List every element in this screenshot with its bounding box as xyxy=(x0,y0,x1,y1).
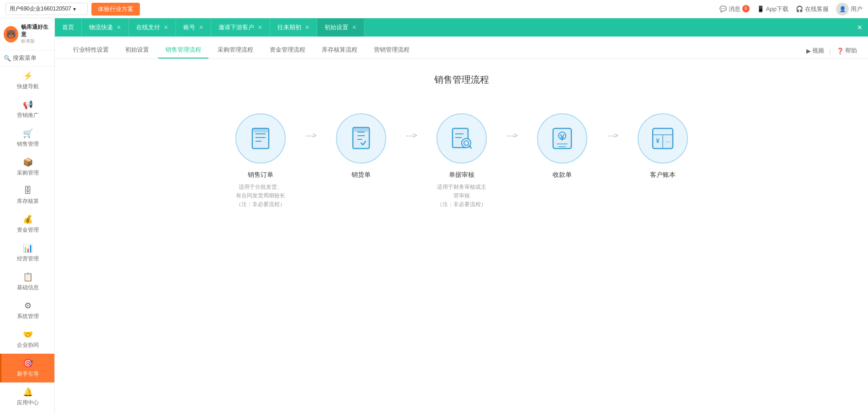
flow-item-sales-invoice: 销货单 xyxy=(325,113,398,183)
username-label: 用户 xyxy=(851,5,863,13)
video-label: 视频 xyxy=(812,47,824,55)
flow-item-sales-order: 销售订单 适用于分批发货、有合同发货周期较长（注：非必要流程） xyxy=(224,113,297,209)
app-center-icon: 🔔 xyxy=(23,387,33,397)
nav-tab-history[interactable]: 往来期初✕ xyxy=(270,18,317,37)
video-link[interactable]: ▶ 视频 xyxy=(806,47,824,55)
flow-name-sales-order: 销售订单 xyxy=(248,171,273,179)
help-link[interactable]: ❓ 帮助 xyxy=(836,47,857,55)
sidebar-item-wechat[interactable]: 💬企业微信 xyxy=(0,411,54,414)
sidebar-item-label: 应用中心 xyxy=(17,399,39,407)
sub-tab-sales-flow[interactable]: 销售管理流程 xyxy=(158,42,208,58)
chevron-down-icon: ▾ xyxy=(73,6,76,12)
online-service-item[interactable]: 🎧 在线客服 xyxy=(796,5,829,13)
finance-icon: 💰 xyxy=(23,214,33,224)
avatar: 👤 xyxy=(836,3,849,16)
sub-tab-purchase-flow[interactable]: 采购管理流程 xyxy=(210,42,261,58)
search-icon: 🔍 xyxy=(4,55,11,62)
help-icon: ❓ xyxy=(836,48,844,54)
sidebar-item-quick-nav[interactable]: ⚡快捷导航 xyxy=(0,66,54,95)
sidebar-item-label: 新手引导 xyxy=(17,370,39,378)
sidebar-item-label: 企业协同 xyxy=(17,341,39,349)
logo-tag: 标准版 xyxy=(21,38,51,44)
nav-tab-logistics[interactable]: 物流快递✕ xyxy=(82,18,129,37)
inventory-icon: 🗄 xyxy=(24,186,32,196)
sub-tab-init[interactable]: 初始设置 xyxy=(118,42,156,58)
sub-tab-finance-flow[interactable]: 资金管理流程 xyxy=(262,42,313,58)
tab-close-account[interactable]: ✕ xyxy=(199,24,203,31)
sidebar-item-label: 销售管理 xyxy=(17,140,39,148)
svg-rect-6 xyxy=(354,128,368,132)
flow-arrow-0: - - -> xyxy=(297,132,325,140)
nav-tab-account[interactable]: 账号✕ xyxy=(176,18,211,37)
nav-tabs: 首页物流快递✕在线支付✕账号✕邀请下游客户✕往来期初✕初始设置✕ ✕ xyxy=(55,18,868,37)
svg-text:¥: ¥ xyxy=(656,137,660,144)
sidebar-item-system[interactable]: ⚙系统管理 xyxy=(0,296,54,325)
tab-close-history[interactable]: ✕ xyxy=(305,24,309,31)
sub-tabs: 行业特性设置初始设置销售管理流程采购管理流程资金管理流程库存核算流程营销管理流程… xyxy=(55,37,868,59)
flow-diagram: 销售订单 适用于分批发货、有合同发货周期较长（注：非必要流程） - - -> 销… xyxy=(66,113,857,209)
app-layout: 🐻 畅库通好生意 标准版 🔍 搜索菜单 ⚡快捷导航📢营销推广🛒销售管理📦采购管理… xyxy=(0,0,868,414)
sub-tab-industry[interactable]: 行业特性设置 xyxy=(66,42,116,58)
flow-arrow-3: - - -> xyxy=(599,132,626,140)
sub-tab-inventory-flow[interactable]: 库存核算流程 xyxy=(314,42,365,58)
sidebar-item-finance[interactable]: 💰资金管理 xyxy=(0,210,54,239)
top-bar: 用户690企业1660120507 ▾ 体验行业方案 💬 消息 6 📱 App下… xyxy=(0,0,868,18)
main-content: 首页物流快递✕在线支付✕账号✕邀请下游客户✕往来期初✕初始设置✕ ✕ 行业特性设… xyxy=(55,18,868,414)
search-menu-item[interactable]: 🔍 搜索菜单 xyxy=(0,50,54,66)
sidebar-items: ⚡快捷导航📢营销推广🛒销售管理📦采购管理🗄库存核算💰资金管理📊经营管理📋基础信息… xyxy=(0,66,54,414)
logo-text: 畅库通好生意 xyxy=(21,24,51,38)
message-item[interactable]: 💬 消息 6 xyxy=(719,5,750,13)
nav-tab-home[interactable]: 首页 xyxy=(55,18,82,37)
mobile-icon: 📱 xyxy=(757,5,764,12)
svg-text:---: --- xyxy=(666,139,670,144)
nav-tabs-container: 首页物流快递✕在线支付✕账号✕邀请下游客户✕往来期初✕初始设置✕ xyxy=(55,18,852,37)
cooperation-icon: 🤝 xyxy=(23,329,33,340)
flow-circle-sales-invoice xyxy=(336,113,386,164)
close-all-tabs-button[interactable]: ✕ xyxy=(852,24,868,31)
nav-tab-label: 往来期初 xyxy=(277,23,301,32)
tab-close-init[interactable]: ✕ xyxy=(352,24,357,31)
sidebar-item-app-center[interactable]: 🔔应用中心 xyxy=(0,382,54,411)
sidebar: 🐻 畅库通好生意 标准版 🔍 搜索菜单 ⚡快捷导航📢营销推广🛒销售管理📦采购管理… xyxy=(0,18,55,414)
online-service-label: 在线客服 xyxy=(805,5,829,13)
user-selector[interactable]: 用户690企业1660120507 ▾ xyxy=(5,3,88,15)
app-download-label: App下载 xyxy=(766,5,788,13)
nav-tab-label: 初始设置 xyxy=(325,23,348,32)
sidebar-item-cooperation[interactable]: 🤝企业协同 xyxy=(0,325,54,354)
nav-tab-label: 账号 xyxy=(183,23,195,32)
sidebar-item-inventory[interactable]: 🗄库存核算 xyxy=(0,181,54,210)
nav-tab-label: 在线支付 xyxy=(136,23,160,32)
nav-tab-payment[interactable]: 在线支付✕ xyxy=(129,18,176,37)
sub-tab-actions: ▶ 视频 | ❓ 帮助 xyxy=(806,47,857,58)
sidebar-item-label: 采购管理 xyxy=(17,169,39,177)
message-label: 消息 xyxy=(729,5,740,13)
flow-desc-sales-order: 适用于分批发货、有合同发货周期较长（注：非必要流程） xyxy=(236,183,285,209)
nav-tab-label: 首页 xyxy=(62,23,74,32)
nav-tab-invite[interactable]: 邀请下游客户✕ xyxy=(211,18,270,37)
tab-close-logistics[interactable]: ✕ xyxy=(117,24,121,31)
sidebar-item-marketing[interactable]: 📢营销推广 xyxy=(0,95,54,124)
sub-tabs-container: 行业特性设置初始设置销售管理流程采购管理流程资金管理流程库存核算流程营销管理流程 xyxy=(66,42,419,58)
sidebar-item-operation[interactable]: 📊经营管理 xyxy=(0,239,54,267)
sidebar-item-purchase[interactable]: 📦采购管理 xyxy=(0,153,54,181)
sidebar-item-basic-info[interactable]: 📋基础信息 xyxy=(0,267,54,296)
sidebar-item-label: 资金管理 xyxy=(17,226,39,234)
sidebar-item-guide[interactable]: 🎯新手引导 xyxy=(0,354,54,382)
sidebar-item-label: 经营管理 xyxy=(17,255,39,263)
user-avatar-item[interactable]: 👤 用户 xyxy=(836,3,863,16)
sub-tab-marketing-flow[interactable]: 营销管理流程 xyxy=(367,42,417,58)
flow-arrow-1: - - -> xyxy=(398,132,425,140)
experience-button[interactable]: 体验行业方案 xyxy=(91,3,140,16)
flow-name-customer-ledger: 客户账本 xyxy=(650,171,676,179)
flow-arrow-2: - - -> xyxy=(498,132,526,140)
nav-tab-label: 邀请下游客户 xyxy=(218,23,254,32)
marketing-icon: 📢 xyxy=(23,100,33,110)
flow-name-review: 单据审核 xyxy=(449,171,474,179)
tab-close-payment[interactable]: ✕ xyxy=(164,24,168,31)
app-download-item[interactable]: 📱 App下载 xyxy=(757,5,788,13)
tab-close-invite[interactable]: ✕ xyxy=(258,24,262,31)
nav-tab-init[interactable]: 初始设置✕ xyxy=(317,18,364,37)
sidebar-item-sales[interactable]: 🛒销售管理 xyxy=(0,124,54,153)
video-icon: ▶ xyxy=(806,48,811,54)
flow-item-review: 单据审核 适用于财务审核或主管审核（注：非必要流程） xyxy=(425,113,498,209)
